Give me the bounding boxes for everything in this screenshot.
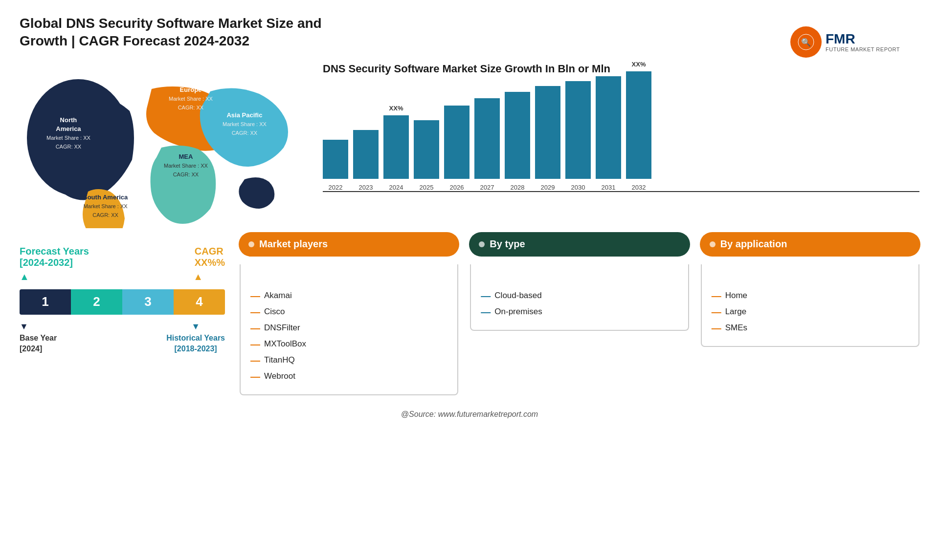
bar-col-2023: 2023 — [353, 130, 379, 191]
arrow-down-2: ▼ — [166, 322, 225, 332]
historical-block: ▼ Historical Years [2018-2023] — [166, 322, 225, 353]
logo-fmr: FMR — [826, 32, 900, 47]
header-dot-3 — [710, 241, 715, 247]
list-item: — Cloud-based — [481, 288, 678, 304]
bar-2030 — [565, 81, 591, 179]
bar-col-2028: 2028 — [505, 92, 530, 191]
by-application-list: — Home— Large— SMEs — [712, 288, 909, 336]
bar-2029 — [535, 86, 560, 179]
logo-subtitle: FUTURE MARKET REPORT — [826, 46, 900, 52]
list-item: — Webroot — [250, 368, 447, 385]
bar-year-2027: 2027 — [480, 184, 494, 191]
logo-icon: 🔍 — [790, 26, 822, 58]
bar-2032: XX% — [626, 71, 651, 179]
forecast-block: Forecast Years [2024-2032] — [20, 246, 89, 268]
header-dot — [248, 241, 254, 247]
bar-year-2030: 2030 — [571, 184, 585, 191]
li-dash: — — [250, 306, 260, 318]
base-year-label: Base Year — [20, 334, 57, 343]
list-item: — TitanHQ — [250, 352, 447, 368]
step-1: 1 — [20, 289, 71, 315]
forecast-row: Forecast Years [2024-2032] CAGR XX%% — [20, 246, 225, 268]
timeline-section: Forecast Years [2024-2032] CAGR XX%% ▲ ▲… — [20, 246, 225, 353]
list-item: — Home — [712, 288, 909, 304]
world-map: NorthAmerica Market Share : XX CAGR: XX … — [20, 62, 293, 228]
header-dot-2 — [479, 241, 485, 247]
map-section: NorthAmerica Market Share : XX CAGR: XX … — [20, 62, 293, 228]
li-dash: — — [481, 306, 491, 318]
bar-2031 — [596, 76, 621, 179]
by-application-title: By application — [720, 238, 787, 250]
forecast-label: Forecast Years — [20, 246, 89, 257]
list-item: — Akamai — [250, 288, 447, 304]
bar-chart: 20222023XX%20242025202620272028202920302… — [323, 85, 919, 192]
by-application-header: By application — [700, 232, 920, 257]
arrow-down-1: ▼ — [20, 322, 57, 332]
bar-year-2031: 2031 — [602, 184, 616, 191]
cagr-value: XX%% — [195, 257, 225, 268]
li-dash: — — [250, 290, 260, 302]
bar-2022 — [323, 140, 348, 179]
market-players-title: Market players — [259, 238, 328, 250]
step-4: 4 — [174, 289, 225, 315]
bar-2025 — [414, 120, 439, 179]
li-dash: — — [712, 290, 721, 302]
bar-col-2022: 2022 — [323, 140, 348, 191]
bar-col-2027: 2027 — [474, 98, 500, 191]
historical-label: Historical Years — [166, 334, 225, 343]
by-application-list-card: — Home— Large— SMEs — [701, 264, 919, 347]
steps-bar: 1 2 3 4 — [20, 289, 225, 315]
page-title: Global DNS Security Software Market Size… — [20, 15, 362, 50]
svg-text:🔍: 🔍 — [801, 38, 811, 47]
forecast-range: [2024-2032] — [20, 257, 89, 268]
historical-range: [2018-2023] — [166, 345, 225, 353]
map-svg — [20, 62, 293, 228]
market-players-card: Market players — Akamai— Cisco— DNSFilte… — [240, 246, 458, 395]
bar-label-2032: XX% — [632, 61, 646, 68]
bar-2028 — [505, 92, 530, 179]
by-type-list-card: — Cloud-based— On-premises — [470, 264, 689, 331]
chart-title: DNS Security Software Market Size Growth… — [323, 62, 919, 76]
bar-year-2028: 2028 — [511, 184, 525, 191]
bar-year-2024: 2024 — [389, 184, 403, 191]
market-players-list-card: — Akamai— Cisco— DNSFilter— MXToolBox— T… — [240, 264, 458, 395]
list-item: — DNSFilter — [250, 320, 447, 336]
bar-year-2026: 2026 — [450, 184, 464, 191]
list-item: — Large — [712, 304, 909, 320]
list-item: — Cisco — [250, 304, 447, 320]
bar-col-2031: 2031 — [596, 76, 621, 191]
top-section: NorthAmerica Market Share : XX CAGR: XX … — [20, 62, 919, 228]
market-players-header: Market players — [239, 232, 459, 257]
arrow-up-green: ▲ — [20, 271, 29, 282]
bar-2026 — [444, 106, 470, 179]
by-type-header: By type — [469, 232, 690, 257]
li-dash: — — [250, 371, 260, 382]
bar-label-2024: XX% — [389, 105, 403, 112]
arrow-up-orange: ▲ — [193, 271, 203, 282]
cagr-block: CAGR XX%% — [195, 246, 225, 268]
by-application-card: By application — Home— Large— SMEs — [701, 246, 919, 395]
bar-year-2025: 2025 — [420, 184, 434, 191]
list-item: — On-premises — [481, 304, 678, 320]
logo: 🔍 FMR FUTURE MARKET REPORT — [790, 26, 900, 58]
bar-2027 — [474, 98, 500, 179]
bar-col-2024: XX%2024 — [383, 115, 409, 191]
logo-text: FMR FUTURE MARKET REPORT — [826, 32, 900, 53]
li-dash: — — [481, 290, 491, 302]
by-type-title: By type — [490, 238, 525, 250]
bar-2024: XX% — [383, 115, 409, 179]
li-dash: — — [250, 355, 260, 366]
market-players-list: — Akamai— Cisco— DNSFilter— MXToolBox— T… — [250, 288, 447, 385]
li-dash: — — [250, 323, 260, 334]
bar-col-2029: 2029 — [535, 86, 560, 191]
list-item: — SMEs — [712, 320, 909, 336]
li-dash: — — [250, 339, 260, 350]
bar-year-2032: 2032 — [632, 184, 646, 191]
bar-year-2022: 2022 — [329, 184, 343, 191]
step-2: 2 — [71, 289, 122, 315]
bar-col-2032: XX%2032 — [626, 71, 651, 191]
bottom-section: Forecast Years [2024-2032] CAGR XX%% ▲ ▲… — [20, 246, 919, 395]
base-year-block: ▼ Base Year [2024] — [20, 322, 57, 353]
bar-col-2030: 2030 — [565, 81, 591, 191]
lists-area: Market players — Akamai— Cisco— DNSFilte… — [240, 246, 919, 395]
